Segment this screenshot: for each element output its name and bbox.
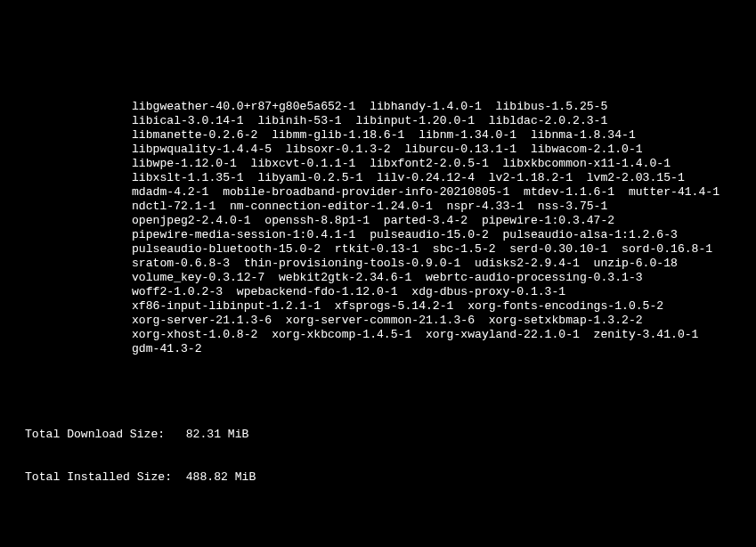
package-list-line: volume_key-0.3.12-7 webkit2gtk-2.34.6-1 … bbox=[132, 271, 756, 285]
package-list-line: ndctl-72.1-1 nm-connection-editor-1.24.0… bbox=[132, 200, 756, 214]
package-list-line: xorg-server-21.1.3-6 xorg-server-common-… bbox=[132, 314, 756, 328]
package-list-line: libgweather-40.0+r87+g80e5a652-1 libhand… bbox=[132, 100, 756, 114]
package-list-line: pulseaudio-bluetooth-15.0-2 rtkit-0.13-1… bbox=[132, 242, 756, 257]
package-list-block: libgweather-40.0+r87+g80e5a652-1 libhand… bbox=[0, 100, 756, 356]
package-list-line: libmanette-0.2.6-2 libmm-glib-1.18.6-1 l… bbox=[132, 128, 756, 143]
package-list-line: xf86-input-libinput-1.2.1-1 xfsprogs-5.1… bbox=[132, 299, 756, 314]
package-list-line: mdadm-4.2-1 mobile-broadband-provider-in… bbox=[132, 185, 756, 200]
package-list-line: libical-3.0.14-1 libinih-53-1 libinput-1… bbox=[132, 114, 756, 128]
package-list-line: woff2-1.0.2-3 wpebackend-fdo-1.12.0-1 xd… bbox=[132, 285, 756, 299]
package-list-line: openjpeg2-2.4.0-1 openssh-8.8p1-1 parted… bbox=[132, 214, 756, 228]
download-size-line: Total Download Size: 82.31 MiB bbox=[0, 428, 756, 442]
installed-size-line: Total Installed Size: 488.82 MiB bbox=[0, 470, 756, 485]
package-list-line: xorg-xhost-1.0.8-2 xorg-xkbcomp-1.4.5-1 … bbox=[132, 328, 756, 342]
terminal-output: libgweather-40.0+r87+g80e5a652-1 libhand… bbox=[0, 57, 756, 547]
package-list-line: pipewire-media-session-1:0.4.1-1 pulseau… bbox=[132, 228, 756, 242]
package-list-line: libpwquality-1.4.4-5 libsoxr-0.1.3-2 lib… bbox=[132, 143, 756, 157]
package-list-line: libxslt-1.1.35-1 libyaml-0.2.5-1 lilv-0.… bbox=[132, 171, 756, 185]
package-list-line: sratom-0.6.8-3 thin-provisioning-tools-0… bbox=[132, 257, 756, 271]
package-list-line: gdm-41.3-2 bbox=[132, 342, 756, 356]
package-list-line: libwpe-1.12.0-1 libxcvt-0.1.1-1 libxfont… bbox=[132, 157, 756, 171]
